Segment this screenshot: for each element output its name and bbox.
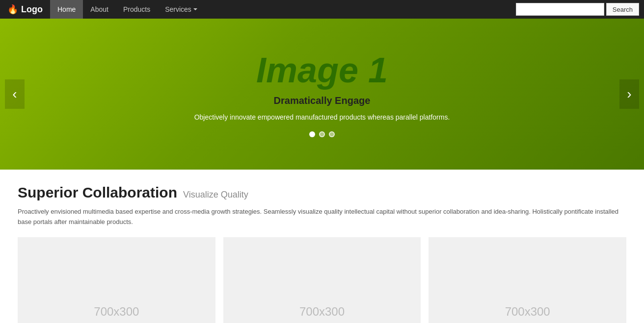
nav-link-services[interactable]: Services	[158, 0, 205, 19]
section-description: Proactively envisioned multimedia based …	[18, 207, 626, 227]
chevron-down-icon	[193, 8, 197, 10]
thumbnail-1: 700x300	[18, 237, 215, 323]
thumbnail-2: 700x300	[223, 237, 421, 323]
thumbnail-2-label: 700x300	[299, 305, 345, 319]
thumbnail-3: 700x300	[429, 237, 626, 323]
nav-link-services-label: Services	[165, 5, 191, 13]
thumbnail-grid: 700x300 700x300 700x300	[18, 237, 626, 323]
main-content: Superior Collaboration Visualize Quality…	[8, 170, 636, 323]
carousel-content: Image 1 Dramatically Engage Objectively …	[185, 41, 460, 147]
carousel-subtitle: Dramatically Engage	[194, 95, 450, 106]
nav-link-home[interactable]: Home	[50, 0, 83, 19]
search-button[interactable]: Search	[606, 3, 639, 16]
carousel-title: Image 1	[194, 51, 450, 90]
nav-item-about: About	[83, 0, 116, 19]
section-title: Superior Collaboration	[18, 184, 177, 201]
nav-item-products: Products	[116, 0, 158, 19]
nav-item-home: Home	[50, 0, 83, 19]
carousel-indicator-2[interactable]	[319, 131, 325, 137]
fire-icon: 🔥	[7, 4, 18, 15]
section-subtitle: Visualize Quality	[183, 190, 248, 200]
carousel-indicators	[194, 131, 450, 137]
search-input[interactable]	[516, 3, 604, 16]
carousel-indicator-1[interactable]	[309, 131, 315, 137]
navbar-nav: Home About Products Services	[50, 0, 205, 19]
section-heading: Superior Collaboration Visualize Quality	[18, 184, 626, 201]
nav-link-about[interactable]: About	[83, 0, 116, 19]
nav-item-services: Services	[158, 0, 205, 19]
carousel: ‹ Image 1 Dramatically Engage Objectivel…	[0, 19, 644, 170]
thumbnail-1-label: 700x300	[94, 305, 139, 319]
navbar-brand-text: Logo	[21, 4, 43, 15]
carousel-description: Objectively innovate empowered manufactu…	[194, 112, 450, 123]
carousel-indicator-3[interactable]	[329, 131, 335, 137]
nav-link-products[interactable]: Products	[116, 0, 158, 19]
thumbnail-3-label: 700x300	[505, 305, 550, 319]
navbar: 🔥 Logo Home About Products Services Sear…	[0, 0, 644, 19]
navbar-brand[interactable]: 🔥 Logo	[0, 0, 50, 19]
carousel-next-button[interactable]: ›	[619, 79, 639, 109]
navbar-search: Search	[511, 3, 644, 16]
carousel-prev-button[interactable]: ‹	[5, 79, 25, 109]
